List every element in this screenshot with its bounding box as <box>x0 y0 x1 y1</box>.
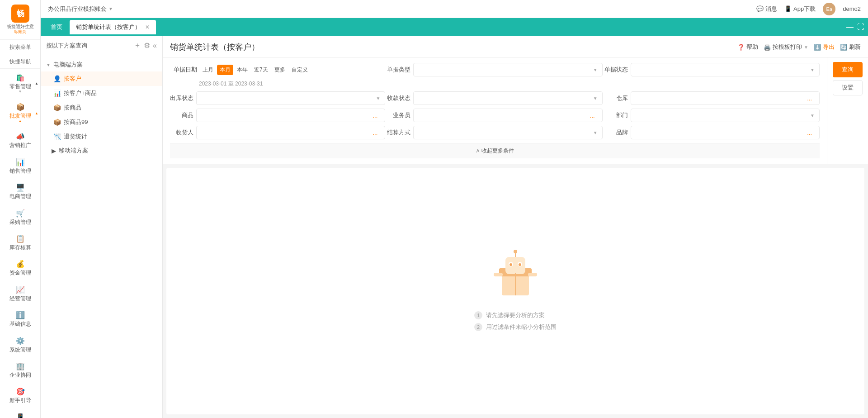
export-button[interactable]: ⬇️ 导出 <box>814 43 835 51</box>
salesperson-filter-cell: 业务员 ... <box>387 109 602 122</box>
desktop-scheme-group: ▼ 电脑端方案 👤 按客户 📊 按客户+商品 📦 按商品 <box>41 58 162 144</box>
toggle-icon: ▼ <box>46 62 51 67</box>
tab-bar: 首页 销货单统计表（按客户） ✕ — ⛶ <box>41 18 868 36</box>
page-title: 销货单统计表（按客户） <box>170 42 259 52</box>
date-btn-custom[interactable]: 自定义 <box>289 65 311 75</box>
collapse-icon: ∧ <box>476 147 480 154</box>
sidebar-menu: 🛍️ 零售管理 ▼ 📦 批发管理 ▲ 📣 营销推广 📊 销售管理 🖥️ 电商管理… <box>0 69 40 418</box>
help-button[interactable]: ❓ 帮助 <box>737 43 758 51</box>
chevron-down-icon: ▼ <box>593 67 598 72</box>
sidebar-item-retail[interactable]: 🛍️ 零售管理 ▼ <box>0 69 40 98</box>
date-filter-cell: 单据日期 上月 本月 本年 近7天 更多 自定义 <box>170 63 385 76</box>
mobile-group-header[interactable]: ▶ 移动端方案 <box>41 144 162 157</box>
tab-sales-stats[interactable]: 销货单统计表（按客户） ✕ <box>70 20 156 34</box>
settings-button[interactable]: 设置 <box>833 80 863 95</box>
collapse-button[interactable]: ∧ 收起更多条件 <box>170 143 820 158</box>
scheme-by-customer-product[interactable]: 📊 按客户+商品 <box>41 86 162 100</box>
brand-select[interactable]: ... <box>631 126 820 139</box>
sidebar-item-basic[interactable]: ℹ️ 基础信息 <box>0 306 40 332</box>
out-status-select[interactable]: ▼ <box>196 91 385 105</box>
close-tab-icon[interactable]: ✕ <box>145 24 150 30</box>
marketing-icon: 📣 <box>2 132 38 141</box>
scheme-by-customer[interactable]: 👤 按客户 <box>41 71 162 86</box>
chevron-down-icon: ▼ <box>593 96 598 101</box>
date-btn-7days[interactable]: 近7天 <box>251 65 271 75</box>
sidebar-item-ecommerce[interactable]: 🖥️ 电商管理 <box>0 179 40 204</box>
warehouse-label: 仓库 <box>604 94 628 102</box>
sidebar-item-finance[interactable]: 💰 资金管理 <box>0 255 40 280</box>
app-logo[interactable]: 畅 畅捷通好生意 标账页 <box>0 0 40 40</box>
sidebar-item-system[interactable]: ⚙️ 系统管理 <box>0 332 40 357</box>
sidebar-item-operations[interactable]: 📈 经营管理 <box>0 281 40 306</box>
inventory-icon: 📋 <box>2 234 38 243</box>
left-panel: 按以下方案查询 ＋ ⚙ « ▼ 电脑端方案 👤 按客户 <box>41 36 163 418</box>
sidebar-item-sales[interactable]: 📊 销售管理 <box>0 153 40 179</box>
sidebar-item-inventory[interactable]: 📋 库存核算 <box>0 230 40 255</box>
date-btn-this-month[interactable]: 本月 <box>217 65 233 75</box>
operations-icon: 📈 <box>2 285 38 294</box>
receiver-more-btn[interactable]: ... <box>370 129 380 136</box>
enterprise-icon: 🏢 <box>2 362 38 370</box>
collapse-panel-icon[interactable]: « <box>153 42 157 50</box>
order-status-select[interactable]: ▼ <box>631 63 820 76</box>
customer-product-icon: 📊 <box>53 90 61 97</box>
desktop-group-header[interactable]: ▼ 电脑端方案 <box>41 58 162 71</box>
sidebar-item-purchase[interactable]: 🛒 采购管理 <box>0 204 40 230</box>
sidebar-item-enterprise[interactable]: 🏢 企业协同 <box>0 357 40 383</box>
svg-point-5 <box>509 263 512 266</box>
print-chevron-icon: ▼ <box>804 45 808 50</box>
scheme-tree: ▼ 电脑端方案 👤 按客户 📊 按客户+商品 📦 按商品 <box>41 55 162 160</box>
salesperson-select[interactable]: ... <box>413 109 602 122</box>
newbie-icon: 🎯 <box>2 387 38 396</box>
svg-rect-2 <box>505 257 525 274</box>
sidebar-item-marketing[interactable]: 📣 营销推广 <box>0 128 40 153</box>
department-select[interactable]: ▼ <box>631 109 820 122</box>
product-select[interactable]: ... <box>196 109 385 122</box>
tab-home[interactable]: 首页 <box>44 20 69 34</box>
page-actions: ❓ 帮助 🖨️ 按模板打印 ▼ ⬇️ 导出 🔄 刷新 <box>737 43 861 51</box>
out-status-label: 出库状态 <box>170 94 193 102</box>
message-button[interactable]: 💬 消息 <box>756 5 777 13</box>
receiver-select[interactable]: ... <box>196 126 385 139</box>
query-button[interactable]: 查询 <box>833 62 863 77</box>
settlement-select[interactable]: ▼ <box>413 126 602 139</box>
date-btn-this-year[interactable]: 本年 <box>234 65 250 75</box>
refresh-button[interactable]: 🔄 刷新 <box>840 43 861 51</box>
minimize-icon[interactable]: — <box>846 23 854 31</box>
warehouse-more-btn[interactable]: ... <box>804 95 815 102</box>
ecommerce-icon: 🖥️ <box>2 183 38 192</box>
chevron-down-icon: ▼ <box>593 130 598 135</box>
maximize-icon[interactable]: ⛶ <box>857 23 864 31</box>
date-btn-more[interactable]: 更多 <box>272 65 288 75</box>
order-type-select[interactable]: ▼ <box>413 63 602 76</box>
app-selector[interactable]: 办公用品行业模拟账套 ▼ <box>48 5 113 13</box>
salesperson-more-btn[interactable]: ... <box>587 112 598 119</box>
product-more-btn[interactable]: ... <box>370 112 380 119</box>
main-area: 办公用品行业模拟账套 ▼ 💬 消息 📱 App下载 Ea demo2 首页 销货… <box>41 0 868 418</box>
product99-icon: 📦 <box>53 119 61 126</box>
settings-scheme-icon[interactable]: ⚙ <box>144 41 150 50</box>
date-btn-last-month[interactable]: 上月 <box>200 65 216 75</box>
customer-icon: 👤 <box>53 75 61 82</box>
salesperson-label: 业务员 <box>387 111 410 119</box>
app-download-button[interactable]: 📱 App下载 <box>784 5 816 13</box>
user-avatar[interactable]: Ea <box>823 3 835 15</box>
wholesale-icon: 📦 <box>2 103 38 111</box>
scheme-by-product99[interactable]: 📦 按商品99 <box>41 115 162 129</box>
add-scheme-button[interactable]: ＋ <box>134 41 141 50</box>
page-header: 销货单统计表（按客户） ❓ 帮助 🖨️ 按模板打印 ▼ ⬇️ 导出 <box>163 36 868 57</box>
scheme-by-product[interactable]: 📦 按商品 <box>41 100 162 115</box>
scheme-return-stats[interactable]: 📉 退货统计 <box>41 129 162 144</box>
template-print-button[interactable]: 🖨️ 按模板打印 ▼ <box>764 43 808 51</box>
return-icon: 📉 <box>53 133 61 140</box>
sidebar-item-wholesale[interactable]: 📦 批发管理 ▲ <box>0 98 40 128</box>
chevron-down-icon: ▼ <box>810 67 815 72</box>
search-menu[interactable]: 搜索菜单 <box>0 40 40 55</box>
quick-nav[interactable]: 快捷导航 <box>0 55 40 69</box>
sidebar-item-newbie[interactable]: 🎯 新手引导 <box>0 383 40 408</box>
brand-more-btn[interactable]: ... <box>804 129 815 136</box>
sidebar-item-app-center[interactable]: 📱 应用中心 <box>0 408 40 418</box>
svg-rect-9 <box>494 273 503 276</box>
warehouse-select[interactable]: ... <box>631 91 820 105</box>
receipt-status-select[interactable]: ▼ <box>413 91 602 105</box>
